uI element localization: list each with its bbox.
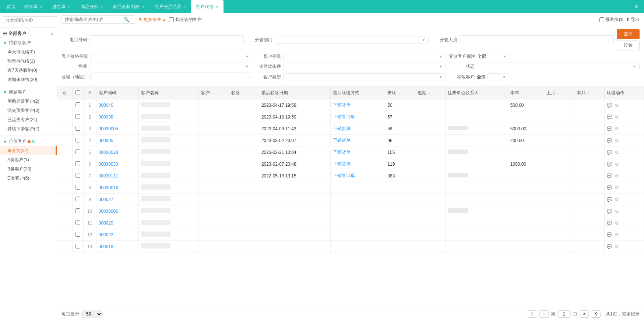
action-grid-icon-0[interactable]: ⧉ — [615, 103, 619, 108]
filter-retail-attr-dropdown[interactable]: ▼ — [488, 53, 510, 60]
row-code-12[interactable]: 000018 — [96, 241, 139, 253]
row-last-method-11[interactable] — [330, 229, 385, 241]
action-grid-icon-1[interactable]: ⧉ — [615, 114, 619, 120]
filter-status-select[interactable]: ▼ — [477, 63, 640, 70]
row-code-6[interactable]: 00030111 — [96, 170, 139, 182]
row-last-method-8[interactable] — [330, 194, 385, 205]
row-checkbox-12[interactable] — [72, 241, 83, 253]
row-action-8[interactable]: 💬⧉ — [605, 194, 644, 205]
last-page-btn[interactable]: K — [591, 310, 601, 318]
row-action-7[interactable]: 💬⧉ — [605, 182, 644, 194]
all-customers-header[interactable]: ☷ 全部客户 « — [0, 28, 57, 38]
action-chat-icon-6[interactable]: 💬 — [607, 173, 612, 179]
sidebar-item-7days[interactable]: 近7天待联络(0) — [0, 66, 57, 75]
row-last-method-7[interactable] — [330, 182, 385, 194]
tab-customer-segment-close[interactable]: × — [183, 4, 186, 9]
row-checkbox-6[interactable] — [72, 170, 83, 182]
page-number-input[interactable] — [557, 310, 571, 318]
sidebar-search-input[interactable] — [3, 16, 57, 24]
filter-retail-attr-select[interactable]: 全部 ▼ — [478, 53, 510, 60]
row-last-method-5[interactable]: 下销货单 — [330, 158, 385, 170]
row-checkbox-9[interactable] — [72, 205, 83, 217]
row-action-9[interactable]: 💬⧉ — [605, 205, 644, 217]
sidebar-group-value[interactable]: ▼ 价值客户 ↻ — [0, 137, 57, 146]
row-action-12[interactable]: 💬⧉ — [605, 241, 644, 253]
action-grid-icon-2[interactable]: ⧉ — [615, 126, 619, 131]
action-chat-icon-8[interactable]: 💬 — [607, 197, 612, 202]
filter-region-select[interactable]: ··· — [90, 73, 252, 81]
tab-purchase-close[interactable]: × — [68, 4, 70, 9]
filter-retail-customer-dropdown[interactable]: ▼ — [487, 73, 509, 81]
action-grid-icon-10[interactable]: ⧉ — [615, 221, 619, 226]
tab-customer-contact[interactable]: 客户联络 × — [191, 0, 223, 13]
row-action-2[interactable]: 💬⧉ — [605, 123, 644, 135]
row-action-6[interactable]: 💬⧉ — [605, 170, 644, 182]
action-grid-icon-3[interactable]: ⧉ — [615, 138, 619, 143]
row-code-5[interactable]: 00030030 — [96, 158, 139, 170]
tab-home[interactable]: 首页 — [3, 0, 19, 13]
tab-goods-analysis[interactable]: 商品分析 × — [75, 0, 108, 13]
page-size-select[interactable]: 50 100 — [82, 310, 102, 318]
row-checkbox-0[interactable] — [72, 99, 83, 111]
row-last-method-2[interactable]: 下销货单 — [330, 123, 385, 135]
filter-phone-input[interactable] — [89, 35, 244, 44]
export-btn[interactable]: ⬆ 导出 — [626, 17, 640, 23]
action-grid-icon-6[interactable]: ⧉ — [615, 173, 619, 179]
row-checkbox-5[interactable] — [72, 158, 83, 170]
tab-sales-close[interactable]: × — [40, 4, 42, 9]
sidebar-group-problem[interactable]: ▼ 问题客户 — [0, 88, 57, 97]
action-chat-icon-7[interactable]: 💬 — [607, 185, 612, 190]
action-chat-icon-0[interactable]: 💬 — [607, 103, 612, 108]
row-last-method-0[interactable]: 下销货单 — [330, 99, 385, 111]
action-grid-icon-9[interactable]: ⧉ — [615, 209, 619, 214]
tab-sales[interactable]: 销售单 × — [19, 0, 47, 13]
col-checkbox-header[interactable] — [72, 87, 83, 99]
sidebar-item-a-class[interactable]: A类客户(1) — [0, 155, 57, 165]
row-last-method-12[interactable] — [330, 241, 385, 253]
row-checkbox-10[interactable] — [72, 217, 83, 229]
tab-purchase[interactable]: 进货单 × — [47, 0, 75, 13]
row-action-1[interactable]: 💬⧉ — [605, 111, 644, 123]
action-grid-icon-5[interactable]: ⧉ — [615, 162, 619, 167]
row-code-9[interactable]: 00030006 — [96, 205, 139, 217]
row-code-10[interactable]: 000029 — [96, 217, 139, 229]
action-chat-icon-4[interactable]: 💬 — [607, 150, 612, 155]
next-page-btn[interactable]: > — [580, 310, 589, 318]
sidebar-item-hoarding[interactable]: 囤购异常客户(2) — [0, 97, 57, 106]
row-checkbox-4[interactable] — [72, 147, 83, 158]
col-gear[interactable]: ⚙ — [57, 87, 72, 99]
row-code-7[interactable]: 00030016 — [96, 182, 139, 194]
batch-operate-checkbox[interactable] — [599, 17, 604, 22]
action-grid-icon-8[interactable]: ⧉ — [615, 197, 619, 202]
tab-customer-segment[interactable]: 客户分层经营 × — [149, 0, 191, 13]
filter-manager-select[interactable]: ··· — [460, 35, 614, 44]
row-action-10[interactable]: 💬⧉ — [605, 217, 644, 229]
row-checkbox-7[interactable] — [72, 182, 83, 194]
row-last-method-1[interactable]: 下销售订单 — [330, 111, 385, 123]
action-chat-icon-10[interactable]: 💬 — [607, 221, 612, 226]
row-last-method-6[interactable]: 下销售订单 — [330, 170, 385, 182]
action-grid-icon-7[interactable]: ⧉ — [615, 185, 619, 190]
action-chat-icon-2[interactable]: 💬 — [607, 126, 612, 131]
more-conditions-btn[interactable]: ▼ 更多条件 ▲ — [138, 17, 166, 23]
row-code-1[interactable]: 000038 — [96, 111, 139, 123]
row-action-11[interactable]: 💬⧉ — [605, 229, 644, 241]
row-checkbox-3[interactable] — [72, 135, 83, 147]
sidebar-item-tomorrow[interactable]: 明天待联络(1) — [0, 57, 57, 66]
filter-nature-select[interactable]: ▼ — [89, 63, 252, 70]
tab-goods-analysis-close[interactable]: × — [101, 4, 103, 9]
sidebar-item-ungroup[interactable]: 未分组(32) — [0, 146, 57, 155]
tab-goods-analysis-list[interactable]: 商品分析列表 × — [108, 0, 149, 13]
action-chat-icon-1[interactable]: 💬 — [607, 114, 612, 120]
filter-customer-level-select[interactable]: ▼ — [283, 53, 446, 60]
sidebar-item-overdue[interactable]: 逾期未联络(30) — [0, 75, 57, 84]
row-code-11[interactable]: 000022 — [96, 229, 139, 241]
tab-customer-contact-close[interactable]: × — [216, 4, 218, 9]
query-button[interactable]: 查询 — [617, 29, 640, 39]
row-checkbox-11[interactable] — [72, 229, 83, 241]
action-chat-icon-3[interactable]: 💬 — [607, 138, 612, 143]
sidebar-collapse-icon[interactable]: « — [51, 31, 54, 37]
action-grid-icon-4[interactable]: ⧉ — [615, 150, 619, 155]
action-grid-icon-12[interactable]: ⧉ — [615, 244, 619, 249]
action-chat-icon-11[interactable]: 💬 — [607, 232, 612, 237]
